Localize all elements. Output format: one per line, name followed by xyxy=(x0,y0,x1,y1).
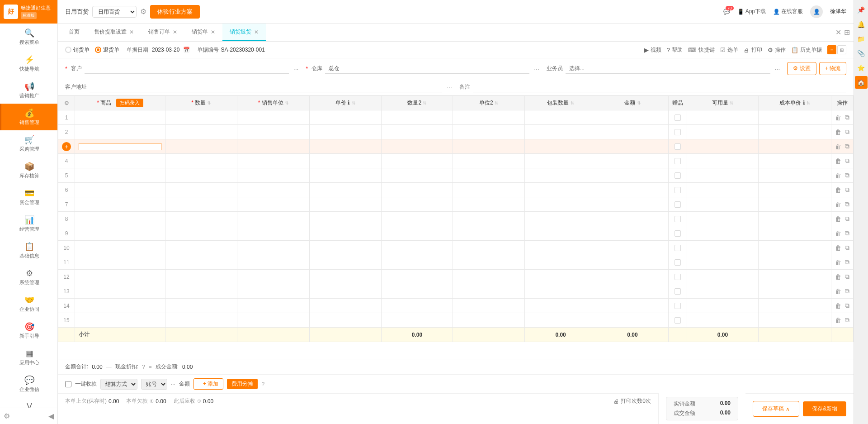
cost-price-input-5[interactable] xyxy=(762,172,827,179)
gift-cell[interactable] xyxy=(668,154,687,168)
quantity-input-10[interactable] xyxy=(169,245,233,251)
pack-qty-cell[interactable] xyxy=(524,284,597,299)
quantity-input-2[interactable] xyxy=(169,129,233,135)
available-cell[interactable] xyxy=(687,241,759,255)
app-download-link[interactable]: 📱 App下载 xyxy=(737,8,766,15)
sales-unit-input-12[interactable] xyxy=(241,274,306,280)
qty2-cell[interactable] xyxy=(381,139,453,154)
add-row-btn[interactable]: + xyxy=(62,142,71,151)
tab-close-icon[interactable]: ✕ xyxy=(129,29,134,35)
quantity-input-9[interactable] xyxy=(169,230,233,237)
copy-row-btn-4[interactable]: ⧉ xyxy=(845,157,849,165)
unit-price-cell[interactable] xyxy=(310,226,382,241)
one-click-pay-checkbox[interactable] xyxy=(65,381,71,387)
quantity-input-5[interactable] xyxy=(169,172,233,179)
product-input-13[interactable] xyxy=(79,288,161,295)
delete-row-btn-14[interactable]: 🗑 xyxy=(835,302,841,310)
qty2-input-5[interactable] xyxy=(385,172,449,179)
unit-price-input-8[interactable] xyxy=(313,216,377,222)
sidebar-item-企业协同[interactable]: 🤝企业协同 xyxy=(0,291,57,317)
quantity-cell[interactable] xyxy=(165,299,237,313)
sales-unit-input-8[interactable] xyxy=(241,216,306,222)
quantity-cell[interactable] xyxy=(165,255,237,270)
sales-unit-cell[interactable] xyxy=(237,154,309,168)
unit-price-cell[interactable] xyxy=(310,183,382,197)
quantity-input-3[interactable] xyxy=(169,143,233,150)
action-操作[interactable]: ⚙操作 xyxy=(768,46,786,54)
folder-icon[interactable]: 📁 xyxy=(855,33,868,45)
amount-cell[interactable] xyxy=(597,299,668,313)
cost-price-input-1[interactable] xyxy=(762,114,827,121)
pack-qty-input-5[interactable] xyxy=(528,172,593,179)
available-input-15[interactable] xyxy=(691,317,755,324)
unit2-cell[interactable] xyxy=(453,255,524,270)
qty2-input-13[interactable] xyxy=(385,288,449,295)
warehouse-picker-icon[interactable]: ··· xyxy=(534,65,539,72)
pack-qty-input-8[interactable] xyxy=(528,216,593,222)
copy-row-btn-3[interactable]: ⧉ xyxy=(845,143,849,150)
action-历史单据[interactable]: 📋历史单据 xyxy=(791,46,822,54)
product-cell[interactable] xyxy=(75,212,165,226)
delete-row-btn-2[interactable]: 🗑 xyxy=(835,129,841,136)
quantity-input-15[interactable] xyxy=(169,317,233,324)
delete-row-btn-8[interactable]: 🗑 xyxy=(835,215,841,223)
qty2-input-7[interactable] xyxy=(385,201,449,208)
unit-price-input-10[interactable] xyxy=(313,245,377,251)
action-视频[interactable]: ▶视频 xyxy=(644,46,661,54)
amount-cell[interactable] xyxy=(597,168,668,183)
star-icon[interactable]: ⭐ xyxy=(855,62,868,74)
gift-checkbox-8[interactable] xyxy=(675,216,681,222)
copy-row-btn-6[interactable]: ⧉ xyxy=(845,186,849,194)
sidebar-item-资金管理[interactable]: 💳资金管理 xyxy=(0,184,57,210)
gift-checkbox-15[interactable] xyxy=(675,317,681,324)
logistics-btn[interactable]: + 物流 xyxy=(819,62,846,75)
available-input-7[interactable] xyxy=(691,201,755,208)
cost-price-cell[interactable] xyxy=(759,139,831,154)
gift-checkbox-2[interactable] xyxy=(675,129,681,135)
sales-unit-input-14[interactable] xyxy=(241,303,306,309)
available-input-13[interactable] xyxy=(691,288,755,295)
available-input-12[interactable] xyxy=(691,274,755,280)
amount-input-11[interactable] xyxy=(601,259,665,266)
cost-price-input-4[interactable] xyxy=(762,158,827,164)
warehouse-input[interactable] xyxy=(325,63,529,74)
pack-qty-input-4[interactable] xyxy=(528,158,593,164)
quantity-input-6[interactable] xyxy=(169,187,233,193)
qty2-cell[interactable] xyxy=(381,110,453,125)
sidebar-collapse-icon[interactable]: ◀ xyxy=(48,412,54,420)
sales-unit-cell[interactable] xyxy=(237,110,309,125)
sidebar-item-营销推广[interactable]: 📢营销推广 xyxy=(0,77,57,104)
product-input-5[interactable] xyxy=(79,172,161,179)
copy-row-btn-13[interactable]: ⧉ xyxy=(845,287,849,295)
qty2-cell[interactable] xyxy=(381,154,453,168)
unit-price-cell[interactable] xyxy=(310,241,382,255)
unit-price-cell[interactable] xyxy=(310,168,382,183)
sales-unit-input-15[interactable] xyxy=(241,317,306,324)
pack-qty-input-12[interactable] xyxy=(528,274,593,280)
amount-input-13[interactable] xyxy=(601,288,665,295)
quantity-cell[interactable] xyxy=(165,139,237,154)
unit2-input-2[interactable] xyxy=(457,129,520,135)
amount-input-9[interactable] xyxy=(601,230,665,237)
quantity-input-1[interactable] xyxy=(169,114,233,121)
available-cell[interactable] xyxy=(687,226,759,241)
address-input[interactable] xyxy=(90,82,442,92)
pack-qty-input-10[interactable] xyxy=(528,245,593,251)
copy-row-btn-9[interactable]: ⧉ xyxy=(845,229,849,237)
quantity-cell[interactable] xyxy=(165,270,237,284)
cost-price-cell[interactable] xyxy=(759,270,831,284)
pin-icon[interactable]: 📌 xyxy=(855,4,868,16)
copy-row-btn-12[interactable]: ⧉ xyxy=(845,273,849,281)
cost-price-cell[interactable] xyxy=(759,299,831,313)
gift-cell[interactable] xyxy=(668,299,687,313)
pack-qty-cell[interactable] xyxy=(524,299,597,313)
amount-input-4[interactable] xyxy=(601,158,665,164)
unit-price-cell[interactable] xyxy=(310,125,382,139)
cost-price-input-2[interactable] xyxy=(762,129,827,135)
sales-unit-cell[interactable] xyxy=(237,139,309,154)
product-cell[interactable] xyxy=(75,299,165,313)
staff-picker-icon[interactable]: ··· xyxy=(775,65,780,72)
unit2-input-8[interactable] xyxy=(457,216,520,222)
quantity-input-14[interactable] xyxy=(169,303,233,309)
payment-account-select[interactable]: 账号 xyxy=(141,379,167,390)
